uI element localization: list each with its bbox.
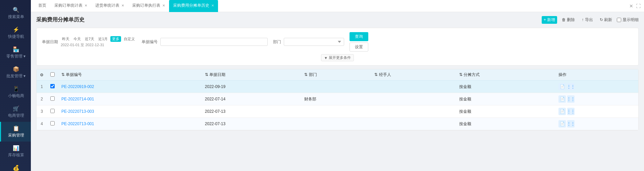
sidebar-icon-purchase: 📋 [13, 125, 19, 132]
row-checkbox-3[interactable] [50, 121, 55, 125]
refresh-button[interactable]: ↻ 刷新 [598, 16, 614, 24]
tab-purchase-goods-stats[interactable]: 进货单统计表✕ [91, 0, 128, 12]
th-setting[interactable]: ⚙ [37, 69, 47, 81]
add-button[interactable]: + 新增 [542, 16, 557, 24]
sidebar-item-wholesale[interactable]: 📦批发管理 ▾ [0, 63, 31, 82]
sidebar-icon-retail: 🏪 [13, 46, 19, 53]
row-check-2[interactable] [47, 105, 58, 118]
th-check[interactable] [47, 69, 58, 81]
sidebar-label-retail: 零售管理 ▾ [6, 54, 25, 59]
row-doc-number-3: PE-20220713-001 [58, 118, 202, 130]
sidebar-icon-inventory: 📊 [13, 145, 19, 151]
date-shortcut-1[interactable]: 今天 [72, 36, 82, 42]
tab-close-purchase-order-exec[interactable]: ✕ [162, 4, 165, 7]
row-handler-0 [371, 81, 456, 93]
row-check-0[interactable] [47, 81, 58, 93]
page-header: 采购费用分摊单历史 + 新增 🗑 删除 ↑ 导出 ↻ 刷新 显示明细 [36, 16, 639, 24]
table-body: 1 PE-20220919-002 2022-09-19 按金额 📄 ⋮⋮ 2 … [37, 81, 638, 130]
row-dept-3 [301, 118, 371, 130]
row-num-0: 1 [37, 81, 47, 93]
expand-window-btn[interactable]: ⛶ [636, 3, 641, 9]
tab-close-purchase-cost-history[interactable]: ✕ [211, 4, 214, 7]
view-action-btn-2[interactable]: 📄 [558, 108, 566, 115]
settings-button[interactable]: 设置 [350, 42, 368, 52]
view-action-btn-3[interactable]: 📄 [558, 120, 566, 127]
date-search-field: 单据日期 昨天今天近7天近1月更多自定义 2022-01-01 至 2022-1… [42, 36, 136, 48]
more-action-btn-2[interactable]: ⋮⋮ [567, 108, 575, 115]
sidebar-item-purchase[interactable]: 📋采购管理 [0, 122, 31, 142]
th-doc_date[interactable]: ⇅ 单据日期 [202, 69, 301, 81]
col-label-handler: ⇅ 经手人 [374, 72, 391, 77]
row-checkbox-0[interactable] [50, 84, 55, 88]
th-dept[interactable]: ⇅ 部门 [301, 69, 371, 81]
close-window-btn[interactable]: ✕ [629, 3, 633, 9]
row-doc-date-0: 2022-09-19 [202, 81, 301, 93]
sidebar-item-shortcut[interactable]: ⚡快捷导航 [0, 23, 31, 43]
doc-number-link-2[interactable]: PE-20220713-003 [61, 109, 94, 114]
sidebar-label-shortcut: 快捷导航 [8, 34, 24, 39]
date-shortcut-2[interactable]: 近7天 [84, 36, 96, 42]
show-columns-checkbox[interactable]: 显示明细 [617, 17, 639, 23]
date-shortcut-0[interactable]: 昨天 [61, 36, 71, 42]
doc-number-input[interactable] [160, 38, 268, 46]
table-row: 3 PE-20220713-003 2022-07-13 按金额 📄 ⋮⋮ [37, 105, 638, 118]
th-handler[interactable]: ⇅ 经手人 [371, 69, 456, 81]
tabs-bar: 首页采购订单统计表✕进货单统计表✕采购订单执行表✕采购费用分摊单历史✕ ✕ ⛶ [31, 0, 644, 12]
sidebar-item-retail[interactable]: 🏪零售管理 ▾ [0, 43, 31, 63]
th-actions: 操作 [555, 69, 638, 81]
more-action-btn-3[interactable]: ⋮⋮ [567, 120, 575, 127]
settings-col-icon[interactable]: ⚙ [40, 73, 44, 77]
more-action-btn-0[interactable]: ⋮⋮ [567, 83, 575, 90]
page-title: 采购费用分摊单历史 [36, 16, 85, 23]
delete-button[interactable]: 🗑 删除 [560, 16, 577, 24]
doc-number-link-3[interactable]: PE-20220713-001 [61, 121, 94, 126]
sidebar-item-finance[interactable]: 💰资金管理 [0, 161, 31, 171]
row-num-2: 3 [37, 105, 47, 118]
sidebar-item-ecom[interactable]: 🛒电商管理 [0, 102, 31, 122]
main-content: 首页采购订单统计表✕进货单统计表✕采购订单执行表✕采购费用分摊单历史✕ ✕ ⛶ … [31, 0, 644, 171]
tab-purchase-order-stats[interactable]: 采购订单统计表✕ [50, 0, 91, 12]
tab-purchase-cost-history[interactable]: 采购费用分摊单历史✕ [169, 0, 218, 12]
tab-close-purchase-goods-stats[interactable]: ✕ [121, 4, 124, 7]
date-shortcut-4[interactable]: 更多 [110, 36, 121, 42]
view-action-btn-0[interactable]: 📄 [558, 83, 566, 90]
tab-label-purchase-order-exec: 采购订单执行表 [132, 3, 160, 8]
select-all-checkbox[interactable] [50, 72, 55, 77]
date-shortcut-5[interactable]: 自定义 [122, 36, 136, 42]
sidebar-item-mini[interactable]: 📱小畅电商 [0, 82, 31, 102]
date-shortcut-3[interactable]: 近1月 [97, 36, 109, 42]
search-area: 单据日期 昨天今天近7天近1月更多自定义 2022-01-01 至 2022-1… [36, 28, 639, 66]
sidebar-icon-wholesale: 📦 [13, 66, 19, 72]
view-action-btn-1[interactable]: 📄 [558, 95, 566, 103]
row-checkbox-1[interactable] [50, 96, 55, 101]
sidebar-item-inventory[interactable]: 📊库存核算 [0, 142, 31, 161]
row-check-1[interactable] [47, 93, 58, 105]
expand-conditions-btn[interactable]: ▼ 展开更多条件 [321, 54, 354, 61]
date-shortcuts-container: 昨天今天近7天近1月更多自定义 2022-01-01 至 2022-12-31 [61, 36, 136, 48]
data-table: ⚙⇅ 单据编号⇅ 单据日期⇅ 部门⇅ 经手人⇅ 分摊方式操作 1 PE-2022… [37, 69, 638, 130]
tab-purchase-order-exec[interactable]: 采购订单执行表✕ [128, 0, 169, 12]
export-button[interactable]: ↑ 导出 [580, 16, 595, 24]
table-container: ⚙⇅ 单据编号⇅ 单据日期⇅ 部门⇅ 经手人⇅ 分摊方式操作 1 PE-2022… [36, 69, 639, 131]
expand-row: ▼ 展开更多条件 [42, 54, 633, 61]
row-checkbox-2[interactable] [50, 109, 55, 113]
expand-label: 展开更多条件 [329, 55, 351, 60]
row-doc-number-1: PE-20220714-001 [58, 93, 202, 105]
doc-number-link-0[interactable]: PE-20220919-002 [61, 84, 94, 89]
table-header: ⚙⇅ 单据编号⇅ 单据日期⇅ 部门⇅ 经手人⇅ 分摊方式操作 [37, 69, 638, 81]
row-check-3[interactable] [47, 118, 58, 130]
expand-chevron-icon: ▼ [324, 56, 328, 60]
th-split_method[interactable]: ⇅ 分摊方式 [456, 69, 555, 81]
doc-number-link-1[interactable]: PE-20220714-001 [61, 97, 94, 101]
dept-select[interactable] [284, 38, 344, 46]
search-actions: 查询 设置 [350, 32, 368, 52]
tab-home[interactable]: 首页 [34, 0, 50, 12]
th-doc_number[interactable]: ⇅ 单据编号 [58, 69, 202, 81]
more-action-btn-1[interactable]: ⋮⋮ [567, 95, 575, 103]
search-button[interactable]: 查询 [350, 32, 368, 41]
sidebar-icon-shortcut: ⚡ [13, 26, 19, 33]
tab-close-purchase-order-stats[interactable]: ✕ [85, 4, 87, 7]
sidebar-item-search[interactable]: 🔍搜索菜单 [0, 3, 31, 23]
row-split-method-0: 按金额 [456, 81, 555, 93]
show-columns-input[interactable] [617, 18, 621, 22]
